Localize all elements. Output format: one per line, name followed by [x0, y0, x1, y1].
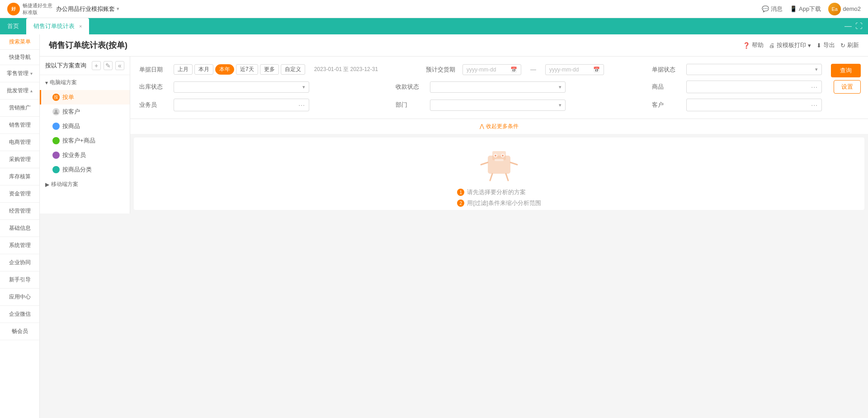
sidebar-item-wholesale[interactable]: 批发管理 ▴ — [0, 82, 39, 100]
scheme-icon-product — [52, 123, 60, 130]
delivery-date-end[interactable]: yyyy-mm-dd 📅 — [545, 64, 604, 75]
goods-select[interactable]: ··· — [686, 81, 822, 93]
page-title: 销售订单统计表(按单) — [49, 40, 127, 56]
scheme-group-mobile-title[interactable]: ▶ 移动端方案 — [40, 177, 130, 192]
svg-rect-3 — [54, 154, 58, 155]
sidebar-item-wechat[interactable]: 企业微信 — [0, 306, 39, 323]
scheme-item-by-customer-product[interactable]: 按客户+商品 — [40, 133, 130, 148]
filter-row-1: 单据日期 上月 本月 本年 近7天 更多 自定义 2023-01-01 至 20… — [139, 64, 822, 75]
sidebar-item-apps[interactable]: 应用中心 — [0, 289, 39, 306]
tab-minimize-icon[interactable]: — — [844, 22, 852, 30]
sidebar-item-guide[interactable]: 新手引导 — [0, 271, 39, 289]
sidebar-item-ecommerce[interactable]: 电商管理 — [0, 134, 39, 151]
print-btn[interactable]: 🖨 按模板打印 ▾ — [769, 41, 811, 49]
date-btn-last-month[interactable]: 上月 — [174, 64, 193, 75]
svg-line-16 — [510, 162, 517, 165]
delivery-status-select[interactable]: ▾ — [174, 81, 309, 93]
empty-tip-1: 1 请先选择要分析的方案 — [457, 188, 541, 196]
scheme-item-by-salesperson[interactable]: 按业务员 — [40, 148, 130, 162]
scheme-panel: 按以下方案查询 + ✎ « ▾ 电脑端方案 按 按单 — [40, 57, 130, 214]
scheme-item-by-category[interactable]: 按商品分类 — [40, 162, 130, 177]
scheme-icon-salesperson — [52, 152, 60, 159]
customer-label: 客户 — [652, 101, 679, 109]
sidebar-item-sales[interactable]: 销售管理 — [0, 117, 39, 134]
main-layout: 搜索菜单 快捷导航 零售管理 ▾ 批发管理 ▴ 营销推广 销售管理 电商管理 采… — [0, 34, 868, 418]
svg-rect-4 — [54, 156, 57, 157]
bill-status-select[interactable]: ▾ — [686, 64, 822, 75]
tab-maximize-icon[interactable]: ⛶ — [855, 22, 863, 30]
sidebar-item-members[interactable]: 畅会员 — [0, 323, 39, 340]
app-download-btn[interactable]: 📱 App下载 — [790, 5, 821, 13]
collapse-bar[interactable]: ⋀ 收起更多条件 — [130, 119, 868, 134]
payment-status-select[interactable]: ▾ — [430, 81, 566, 93]
payment-status-label: 收款状态 — [396, 83, 423, 91]
svg-rect-14 — [495, 159, 504, 161]
date-btn-more[interactable]: 更多 — [260, 64, 279, 75]
print-dropdown-icon: ▾ — [808, 42, 811, 49]
export-btn[interactable]: ⬇ 导出 — [816, 41, 835, 49]
scheme-edit-btn[interactable]: ✎ — [104, 61, 113, 70]
sidebar-item-finance[interactable]: 资金管理 — [0, 185, 39, 203]
scheme-item-by-product[interactable]: 按商品 — [40, 119, 130, 133]
sidebar-item-purchase[interactable]: 采购管理 — [0, 151, 39, 168]
svg-line-18 — [506, 174, 508, 180]
department-select[interactable]: ▾ — [430, 100, 566, 111]
sidebar: 搜索菜单 快捷导航 零售管理 ▾ 批发管理 ▴ 营销推广 销售管理 电商管理 采… — [0, 34, 40, 418]
date-btn-this-month[interactable]: 本月 — [194, 64, 213, 75]
sidebar-quick-nav[interactable]: 快捷导航 — [0, 50, 39, 65]
search-button[interactable]: 查询 — [831, 64, 861, 77]
delivery-date-start[interactable]: yyyy-mm-dd 📅 — [462, 64, 521, 75]
sidebar-search[interactable]: 搜索菜单 — [0, 34, 39, 50]
sidebar-item-marketing[interactable]: 营销推广 — [0, 100, 39, 117]
delivery-status-label: 出库状态 — [139, 83, 166, 91]
right-btn-col: 查询 设置 — [831, 57, 868, 101]
delivery-date-label: 预计交货期 — [426, 66, 455, 74]
date-btn-custom[interactable]: 自定义 — [281, 64, 305, 75]
scheme-group-desktop-title[interactable]: ▾ 电脑端方案 — [40, 75, 130, 90]
scheme-item-by-order[interactable]: 按 按单 — [40, 90, 130, 104]
sidebar-item-system[interactable]: 系统管理 — [0, 237, 39, 254]
refresh-icon: ↻ — [840, 42, 845, 49]
svg-rect-2 — [54, 138, 58, 143]
user-btn[interactable]: Ea demo2 — [828, 3, 861, 15]
scheme-item-by-customer[interactable]: 按客户 — [40, 104, 130, 119]
sidebar-item-management[interactable]: 经营管理 — [0, 203, 39, 220]
customer-select[interactable]: ··· — [686, 99, 822, 111]
goods-dots-icon: ··· — [811, 83, 818, 90]
message-icon: 💬 — [762, 5, 769, 12]
avatar: Ea — [828, 3, 841, 15]
top-bar-left: 好 畅捷通好生意 标准版 办公用品行业模拟账套 ▾ — [7, 2, 119, 15]
filter-row-2: 出库状态 ▾ 收款状态 ▾ — [139, 81, 822, 93]
date-btn-last-7days[interactable]: 近7天 — [236, 64, 258, 75]
retail-arrow-icon: ▾ — [30, 71, 33, 76]
svg-line-15 — [481, 162, 488, 165]
tab-home[interactable]: 首页 — [0, 18, 26, 34]
workspace-selector[interactable]: 办公用品行业模拟账套 ▾ — [56, 5, 119, 13]
search-fields: 单据日期 上月 本月 本年 近7天 更多 自定义 2023-01-01 至 20… — [130, 57, 831, 119]
sidebar-item-inventory[interactable]: 库存核算 — [0, 168, 39, 185]
scheme-icon-customer — [52, 108, 60, 115]
scheme-icon-order: 按 — [52, 94, 60, 101]
tab-sales-order-stats[interactable]: 销售订单统计表 × — [26, 18, 89, 34]
empty-tip-2: 2 用[过滤]条件来缩小分析范围 — [457, 199, 541, 207]
print-icon: 🖨 — [769, 42, 775, 49]
scheme-collapse-btn[interactable]: « — [115, 61, 124, 70]
date-btn-this-year[interactable]: 本年 — [215, 64, 234, 75]
help-btn[interactable]: ❓ 帮助 — [743, 41, 764, 49]
refresh-btn[interactable]: ↻ 刷新 — [840, 41, 859, 49]
scheme-icon-customer-product — [52, 137, 60, 144]
svg-point-0 — [55, 110, 57, 112]
date-separator: — — [528, 66, 538, 73]
customer-dots-icon: ··· — [811, 101, 818, 109]
calendar-icon-end: 📅 — [593, 66, 600, 73]
setting-button[interactable]: 设置 — [834, 80, 861, 94]
collapse-icon: ⋀ — [480, 123, 486, 129]
tab-close-icon[interactable]: × — [79, 24, 82, 29]
sidebar-item-basic[interactable]: 基础信息 — [0, 220, 39, 237]
sidebar-item-retail[interactable]: 零售管理 ▾ — [0, 65, 39, 82]
message-btn[interactable]: 💬 消息 — [762, 5, 783, 13]
salesperson-select[interactable]: ··· — [174, 99, 309, 111]
scheme-add-btn[interactable]: + — [92, 61, 101, 70]
filter-row-3: 业务员 ··· 部门 ▾ — [139, 99, 822, 111]
sidebar-item-enterprise[interactable]: 企业协同 — [0, 254, 39, 271]
